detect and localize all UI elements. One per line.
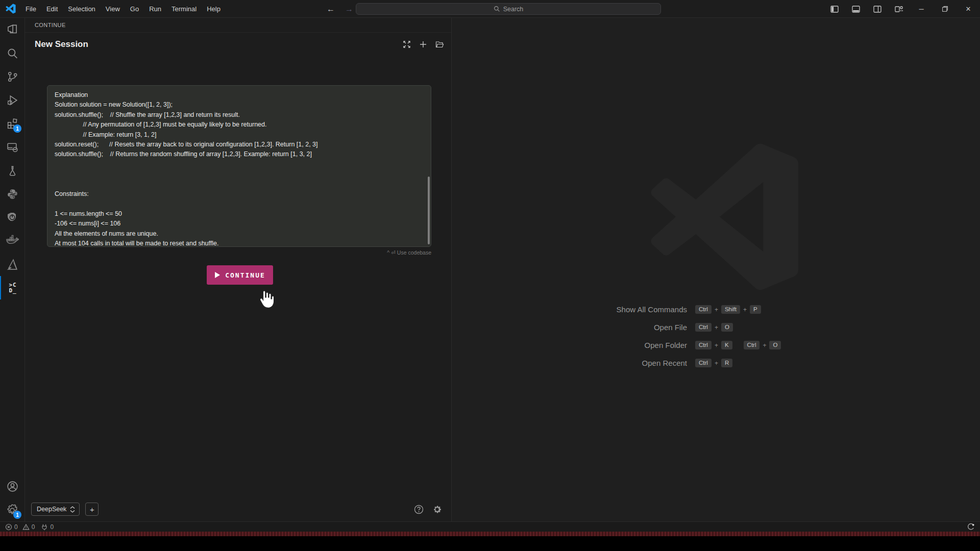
restore-button[interactable]: [933, 0, 957, 18]
notification-bell-icon[interactable]: [967, 523, 975, 531]
model-selector[interactable]: DeepSeek: [31, 503, 80, 516]
prompt-line: solution.reset(); // Resets the array ba…: [55, 140, 424, 149]
plus-separator: +: [715, 306, 718, 313]
activity-item-azure[interactable]: [0, 253, 24, 276]
menu-view[interactable]: View: [101, 3, 125, 15]
customize-layout-icon[interactable]: [895, 5, 903, 13]
activity-item-remote-explorer[interactable]: [0, 135, 24, 159]
activity-item-extensions[interactable]: 1: [0, 112, 24, 135]
vscode-window: FileEditSelectionViewGoRunTerminalHelp ←…: [0, 0, 980, 551]
prompt-line: // Example: return [3, 1, 2]: [55, 130, 424, 140]
bottom-black-strip: [0, 536, 980, 551]
key-ctrl: Ctrl: [744, 341, 760, 349]
activity-item-power[interactable]: [0, 206, 24, 229]
menu-terminal[interactable]: Terminal: [167, 3, 201, 15]
new-session-plus-icon[interactable]: [419, 40, 427, 48]
shortcut-keys: Ctrl+Shift+P: [695, 305, 781, 314]
search-icon: [494, 6, 500, 12]
prompt-line: // Any permutation of [1,2,3] must be eq…: [55, 120, 424, 130]
activity-item-python[interactable]: [0, 182, 24, 206]
prompt-scrollbar[interactable]: [428, 177, 430, 244]
back-arrow-icon[interactable]: ←: [327, 5, 335, 14]
key-o: O: [769, 341, 781, 349]
session-title: New Session: [35, 39, 403, 49]
activity-item-settings[interactable]: 1: [0, 498, 24, 521]
window-controls: ─ ✕: [824, 0, 980, 18]
continue-sidebar-panel: CONTINUE New Session + Add Context Expla…: [25, 18, 452, 521]
activity-item-docker[interactable]: [0, 229, 24, 253]
activity-item-explorer[interactable]: [0, 18, 24, 41]
problems-indicator[interactable]: 0 0: [5, 523, 35, 531]
prompt-line: 1 <= nums.length <= 50: [55, 209, 424, 219]
run-debug-icon: [6, 94, 19, 107]
key-k: K: [721, 341, 732, 349]
activity-item-run-debug[interactable]: [0, 88, 24, 112]
menu-file[interactable]: File: [21, 3, 41, 15]
menu-selection[interactable]: Selection: [63, 3, 100, 15]
prompt-input-block[interactable]: ExplanationSolution solution = new Solut…: [47, 85, 431, 247]
activity-item-search[interactable]: [0, 41, 24, 65]
plus-separator: +: [715, 360, 718, 367]
key-o: O: [721, 323, 733, 332]
key-p: P: [750, 305, 761, 314]
continue-button[interactable]: CONTINUE: [207, 265, 273, 285]
fullscreen-icon[interactable]: [403, 40, 411, 48]
prompt-line: solution.shuffle(); // Returns the rando…: [55, 149, 424, 159]
plus-separator: +: [743, 306, 747, 313]
key-shift: Shift: [721, 305, 740, 314]
plus-separator: +: [715, 324, 718, 331]
activity-item-source-control[interactable]: [0, 65, 24, 88]
activity-item-continue[interactable]: >CD_: [0, 276, 24, 299]
menu-go[interactable]: Go: [126, 3, 143, 15]
azure-icon: [6, 258, 19, 271]
forward-arrow-icon[interactable]: →: [345, 5, 353, 14]
menu-bar: FileEditSelectionViewGoRunTerminalHelp: [21, 3, 225, 15]
menu-help[interactable]: Help: [202, 3, 225, 15]
vscode-watermark-logo: [648, 140, 801, 293]
toggle-panel-icon[interactable]: [852, 5, 860, 13]
close-button[interactable]: ✕: [957, 0, 980, 18]
search-icon: [6, 47, 19, 60]
prompt-line: Constraints:: [55, 189, 424, 199]
prompt-line: [55, 199, 424, 209]
key-ctrl: Ctrl: [695, 305, 712, 314]
shortcut-label: Open Folder: [605, 340, 687, 350]
menu-run[interactable]: Run: [144, 3, 166, 15]
power-icon: [6, 211, 18, 223]
panel-bottom-bar: DeepSeek +: [25, 502, 451, 516]
settings-gear-icon[interactable]: [432, 505, 442, 514]
shortcut-keys: Ctrl+KCtrl+O: [695, 341, 781, 349]
toggle-sidebar-icon[interactable]: [830, 5, 839, 13]
command-center-search[interactable]: Search: [356, 3, 661, 15]
toggle-secondary-sidebar-icon[interactable]: [873, 5, 881, 13]
help-icon[interactable]: [414, 505, 424, 514]
prompt-line: All the elements of nums are unique.: [55, 229, 424, 239]
activity-item-testing[interactable]: [0, 159, 24, 182]
add-model-button[interactable]: +: [85, 503, 99, 516]
title-bar: FileEditSelectionViewGoRunTerminalHelp ←…: [0, 0, 980, 18]
prompt-line: At most 104 calls in total will be made …: [55, 239, 424, 247]
remote-explorer-icon: [6, 141, 19, 154]
source-control-icon: [6, 70, 19, 83]
error-count: 0: [14, 523, 18, 531]
use-codebase-hint: ^ ⏎ Use codebase: [47, 249, 431, 256]
ports-indicator[interactable]: 0: [41, 523, 54, 531]
settings-badge: 1: [13, 511, 21, 519]
menu-edit[interactable]: Edit: [42, 3, 62, 15]
status-bar: 0 0 0: [0, 521, 980, 532]
play-icon: [214, 271, 220, 279]
prompt-line: [55, 169, 424, 179]
error-icon: [5, 523, 12, 531]
prompt-line: Solution solution = new Solution([1, 2, …: [55, 100, 424, 110]
chevron-up-down-icon: [70, 506, 75, 513]
ports-plug-icon: [41, 523, 48, 531]
warning-icon: [22, 523, 30, 531]
prompt-line: solution.shuffle(); // Shuffle the array…: [55, 110, 424, 120]
mouse-cursor-hand: [257, 289, 276, 310]
shortcut-label: Show All Commands: [605, 305, 687, 314]
activity-item-account[interactable]: [0, 474, 24, 498]
model-selector-value: DeepSeek: [37, 506, 66, 513]
minimize-button[interactable]: ─: [910, 0, 933, 18]
open-folder-icon[interactable]: [435, 40, 444, 48]
continue-icon: >CD_: [9, 282, 16, 293]
